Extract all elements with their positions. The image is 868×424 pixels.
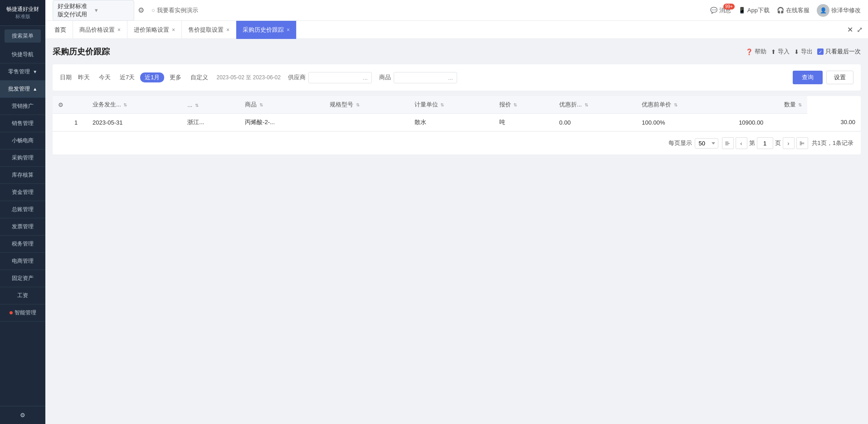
tab-purchase-strategy[interactable]: 进价策略设置 × [127,21,182,39]
first-page-button[interactable]: ⊪ [722,137,734,149]
main-area: 好业财标准版交付试用 ▾ ⚙ ○ 我要看实例演示 💬 消息 99+ 📱 App下… [45,0,868,424]
user-action[interactable]: 👤 徐泽华修改 [817,4,861,17]
product-chevron-icon: ▾ [95,7,129,14]
sidebar-item-marketing[interactable]: 营销推广 [0,98,45,115]
table-row: 1 2023-05-31 浙江... 丙烯酸-2-... 散水 吨 0.00 1… [53,114,861,131]
date-opt-custom[interactable]: 自定义 [187,72,212,82]
th-product[interactable]: 商品 ⇅ [239,96,324,114]
sidebar-item-payroll[interactable]: 工资 [0,287,45,304]
sidebar-item-ecommerce[interactable]: 电商管理 [0,253,45,270]
supplier-input[interactable]: ... [308,72,372,83]
app-download-action[interactable]: 📱 App下载 [738,6,770,14]
app-logo: 畅捷通好业财 标准版 [0,0,45,26]
sort-icon-price: ⇅ [513,102,517,107]
tab-price-label: 商品价格设置 [79,26,115,34]
th-quantity[interactable]: 数量 ⇅ [733,96,807,114]
message-icon: 💬 [710,7,717,14]
export-button[interactable]: ⬇ 导出 [794,48,813,56]
search-menu-button[interactable]: 搜索菜单 [5,29,41,43]
gear-icon[interactable]: ⚙ [58,101,63,108]
sidebar-item-quicknav[interactable]: 快捷导航 [0,46,45,63]
th-spec[interactable]: 规格型号 ⇅ [324,96,409,114]
row-index: 1 [69,114,87,131]
page-label: 第 [749,139,755,147]
product-settings-icon[interactable]: ⚙ [138,6,144,14]
next-page-button[interactable]: › [783,137,795,149]
wholesale-arrow: ▲ [33,87,37,92]
settings-icon[interactable]: ⚙ [20,412,25,419]
product-name: 好业财标准版交付试用 [58,2,92,19]
th-more[interactable]: ... ⇅ [182,96,239,114]
tab-price[interactable]: 商品价格设置 × [73,21,127,39]
retail-arrow: ▼ [33,69,37,74]
th-business-date[interactable]: 业务发生... ⇅ [87,96,182,114]
help-button[interactable]: ❓ 帮助 [746,48,766,56]
per-page-selector: 每页显示 50 10 20 100 [668,138,718,149]
demo-button[interactable]: ○ 我要看实例演示 [151,6,198,14]
message-action[interactable]: 💬 消息 99+ [710,6,731,14]
sidebar-item-retail[interactable]: 零售管理 ▼ [0,63,45,81]
last-page-button[interactable]: ⊫ [796,137,808,149]
product-dots: ... [448,74,453,81]
app-name: 畅捷通好业财 [4,5,42,13]
sidebar-item-smart[interactable]: 智能管理 [0,304,45,322]
tab-history-price[interactable]: 采购历史价跟踪 × [236,21,297,39]
settings-button[interactable]: 设置 [826,71,853,84]
export-icon: ⬇ [794,48,799,55]
sidebar-item-fixed-assets[interactable]: 固定资产 [0,270,45,287]
sidebar: 畅捷通好业财 标准版 搜索菜单 快捷导航 零售管理 ▼ 批发管理 ▲ 营销推广 … [0,0,45,424]
product-selector[interactable]: 好业财标准版交付试用 ▾ [53,0,134,21]
th-gear[interactable]: ⚙ [53,96,69,114]
tab-purchase-strategy-close[interactable]: × [172,27,175,33]
total-info: 共1页，1条记录 [812,139,853,147]
th-unit[interactable]: 计量单位 ⇅ [409,96,494,114]
prev-page-button[interactable]: ‹ [736,137,747,149]
date-opt-more[interactable]: 更多 [166,72,185,82]
tab-sale-price-label: 售价提取设置 [188,26,224,34]
sidebar-item-finance[interactable]: 资金管理 [0,184,45,201]
th-pre-discount-price[interactable]: 优惠前单价 ⇅ [636,96,733,114]
last-only-checkbox-label[interactable]: ✓ 只看最后一次 [817,48,861,56]
row-spec [324,114,409,131]
tab-price-close[interactable]: × [117,27,121,33]
content-area: 采购历史价跟踪 ❓ 帮助 ⬆ 导入 ⬇ 导出 ✓ 只看最后一次 [45,39,868,424]
sidebar-item-tax[interactable]: 税务管理 [0,236,45,253]
online-service-action[interactable]: 🎧 在线客服 [777,6,809,14]
page-suffix: 页 [775,139,781,147]
search-menu-container[interactable]: 搜索菜单 [0,26,45,46]
sidebar-item-purchase[interactable]: 采购管理 [0,149,45,167]
last-only-checkbox[interactable]: ✓ [817,48,824,55]
page-input[interactable] [757,137,773,149]
sidebar-item-inventory[interactable]: 库存核算 [0,167,45,184]
date-filter: 日期 昨天 今天 近7天 近1月 更多 自定义 2023-05-02 至 202… [60,72,281,82]
top-header: 好业财标准版交付试用 ▾ ⚙ ○ 我要看实例演示 💬 消息 99+ 📱 App下… [45,0,868,21]
tab-sale-price[interactable]: 售价提取设置 × [182,21,236,39]
tab-bar: 首页 商品价格设置 × 进价策略设置 × 售价提取设置 × 采购历史价跟踪 × … [45,21,868,39]
date-opt-1month[interactable]: 近1月 [140,72,164,82]
date-opt-7days[interactable]: 近7天 [116,72,138,82]
row-quantity: 30.00 [807,114,861,131]
table-header: ⚙ 业务发生... ⇅ ... ⇅ 商品 ⇅ [53,96,861,114]
date-opt-yesterday[interactable]: 昨天 [74,72,93,82]
sort-icon-unit: ⇅ [440,102,444,107]
sidebar-settings[interactable]: ⚙ [0,406,45,424]
page-title: 采购历史价跟踪 [53,46,110,57]
sidebar-item-invoice[interactable]: 发票管理 [0,218,45,236]
query-button[interactable]: 查询 [793,71,823,84]
tab-history-price-close[interactable]: × [287,27,290,33]
date-opt-today[interactable]: 今天 [95,72,114,82]
date-options: 昨天 今天 近7天 近1月 更多 自定义 [74,72,212,82]
per-page-select[interactable]: 50 10 20 100 [695,138,718,149]
tab-close-icon[interactable]: ✕ [847,25,853,34]
th-price[interactable]: 报价 ⇅ [494,96,554,114]
sidebar-item-ecommerce-small[interactable]: 小畅电商 [0,132,45,149]
tab-home[interactable]: 首页 [51,21,73,39]
sidebar-item-ledger[interactable]: 总账管理 [0,201,45,218]
th-discount[interactable]: 优惠折... ⇅ [554,96,636,114]
product-input[interactable]: ... [394,72,457,83]
tab-sale-price-close[interactable]: × [226,27,229,33]
tab-expand-icon[interactable]: ⤢ [857,25,863,34]
import-button[interactable]: ⬆ 导入 [771,48,790,56]
sidebar-item-sales[interactable]: 销售管理 [0,115,45,132]
sidebar-item-wholesale[interactable]: 批发管理 ▲ [0,81,45,98]
